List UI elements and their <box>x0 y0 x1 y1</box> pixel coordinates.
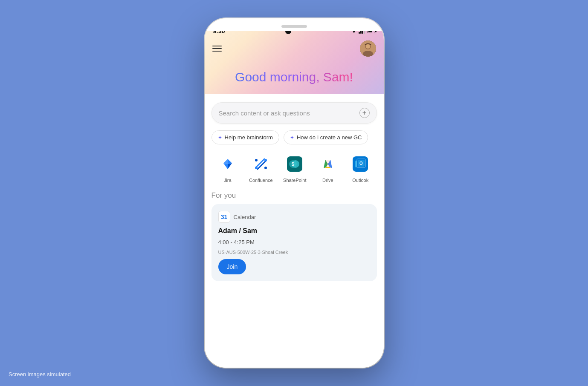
sparkle-icon-2: ✦ <box>290 135 294 141</box>
jira-label: Jira <box>224 178 232 183</box>
screen-label: Screen images simulated <box>9 371 71 377</box>
phone-top-area <box>205 18 384 31</box>
svg-text:S: S <box>292 161 295 167</box>
confluence-icon <box>250 153 272 175</box>
svg-marker-20 <box>325 160 330 167</box>
chip-brainstorm-label: Help me brainstorm <box>225 134 273 141</box>
svg-point-7 <box>264 159 267 161</box>
svg-point-3 <box>366 44 370 49</box>
phone-shell: 9:30 ▼ <box>205 18 384 368</box>
search-bar[interactable]: Search content or ask questions + <box>211 102 377 124</box>
main-content: Search content or ask questions + ✦ Help… <box>205 94 384 368</box>
for-you-section: For you 31 Calendar Adam / Sam 4:00 - 4:… <box>211 191 377 281</box>
greeting-section: Good morning, Sam! <box>205 60 384 89</box>
meeting-title: Adam / Sam <box>218 227 370 235</box>
chip-brainstorm[interactable]: ✦ Help me brainstorm <box>211 130 279 144</box>
app-drive[interactable]: Drive <box>317 153 339 183</box>
search-add-button[interactable]: + <box>359 108 370 118</box>
jira-icon <box>217 153 239 175</box>
suggestion-chips: ✦ Help me brainstorm ✦ How do I create a… <box>211 130 377 144</box>
outlook-label: Outlook <box>352 178 368 183</box>
svg-text:O: O <box>359 161 363 166</box>
calendar-source-label: Calendar <box>234 214 256 220</box>
greeting-text: Good morning, Sam! <box>213 69 375 85</box>
card-source-row: 31 Calendar <box>218 211 370 223</box>
app-sharepoint[interactable]: S SharePoint <box>283 153 306 183</box>
calendar-icon: 31 <box>218 211 230 223</box>
app-confluence[interactable]: Confluence <box>249 153 273 183</box>
confluence-label: Confluence <box>249 178 273 183</box>
app-outlook[interactable]: O Outlook <box>349 153 371 183</box>
top-nav <box>205 37 384 60</box>
app-jira[interactable]: Jira <box>217 153 239 183</box>
drive-label: Drive <box>322 178 333 183</box>
chip-create-gc[interactable]: ✦ How do I create a new GC <box>284 130 368 144</box>
svg-point-8 <box>264 167 267 169</box>
for-you-title: For you <box>211 191 377 200</box>
sparkle-icon: ✦ <box>218 135 222 141</box>
drive-icon <box>317 153 339 175</box>
app-icons-row: Jira Conf <box>211 151 377 184</box>
avatar[interactable] <box>360 40 376 57</box>
meeting-time: 4:00 - 4:25 PM <box>218 239 370 245</box>
sharepoint-icon: S <box>284 153 306 175</box>
calendar-card: 31 Calendar Adam / Sam 4:00 - 4:25 PM US… <box>211 204 377 281</box>
sharepoint-label: SharePoint <box>283 178 306 183</box>
menu-button[interactable] <box>212 46 222 52</box>
svg-rect-5 <box>253 156 269 172</box>
screen: 9:30 ▼ <box>205 18 384 368</box>
speaker-grille <box>281 25 307 28</box>
svg-point-9 <box>255 159 258 161</box>
outlook-icon: O <box>349 153 371 175</box>
svg-point-6 <box>255 167 258 169</box>
search-placeholder: Search content or ask questions <box>219 109 355 117</box>
meeting-location: US-AUS-500W-25-3-Shoal Creek <box>218 250 370 255</box>
chip-create-gc-label: How do I create a new GC <box>297 134 362 141</box>
join-button[interactable]: Join <box>218 259 246 274</box>
